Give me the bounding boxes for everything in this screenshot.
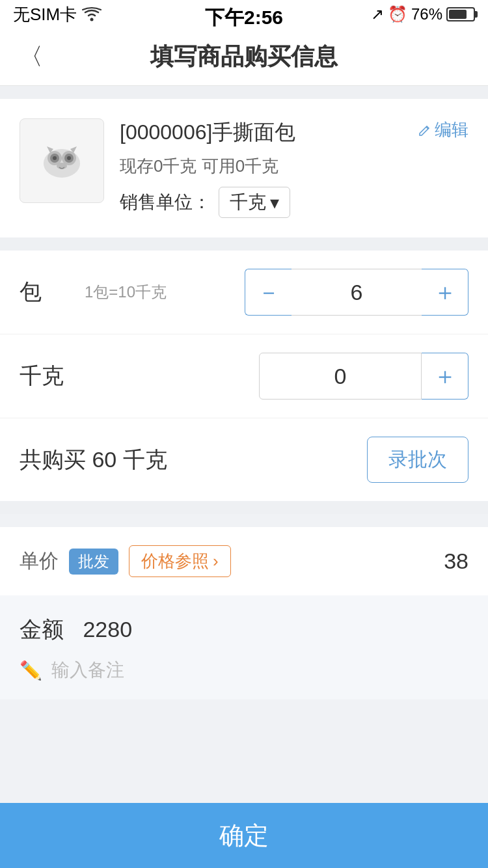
pack-input[interactable] — [291, 269, 422, 316]
kg-input[interactable] — [259, 353, 422, 400]
pack-label: 包 — [20, 277, 78, 307]
chevron-right-icon: › — [213, 551, 219, 571]
location-icon: ↗ — [371, 5, 384, 23]
pencil-icon: ✏️ — [20, 660, 42, 681]
battery-icon — [446, 7, 475, 21]
chevron-down-icon: ▾ — [270, 192, 279, 213]
product-info: [0000006]手撕面包 编辑 现存0千克 可用0千克 销售单位： 千克 ▾ — [120, 118, 468, 218]
amount-section: 金额 2280 ✏️ 输入备注 — [0, 595, 488, 699]
unit-select[interactable]: 千克 ▾ — [219, 187, 290, 218]
kg-input-row: 千克 ＋ — [0, 334, 488, 418]
wifi-icon — [82, 7, 102, 21]
record-batch-button[interactable]: 录批次 — [367, 437, 468, 483]
pack-minus-button[interactable]: － — [245, 269, 291, 316]
price-section: 单价 批发 价格参照 › 38 — [0, 527, 488, 595]
edit-icon — [418, 123, 432, 137]
svg-point-7 — [67, 156, 71, 160]
page-title: 填写商品购买信息 — [150, 41, 338, 73]
product-stock: 现存0千克 可用0千克 — [120, 155, 468, 178]
status-right: ↗ ⏰ 76% — [371, 5, 475, 23]
note-row[interactable]: ✏️ 输入备注 — [20, 658, 468, 683]
unit-label: 销售单位： — [120, 190, 211, 215]
product-card: [0000006]手撕面包 编辑 现存0千克 可用0千克 销售单位： 千克 ▾ — [0, 99, 488, 237]
amount-value: 2280 — [83, 617, 132, 642]
confirm-button[interactable]: 确定 — [0, 803, 488, 868]
pack-input-row: 包 1包=10千克 － ＋ — [0, 251, 488, 334]
product-logo-icon — [36, 135, 88, 187]
kg-plus-button[interactable]: ＋ — [422, 353, 468, 400]
price-value: 38 — [444, 549, 468, 574]
nav-bar: 〈 填写商品购买信息 — [0, 29, 488, 86]
product-name: [0000006]手撕面包 — [120, 118, 295, 147]
summary-row: 共购买 60 千克 录批次 — [0, 418, 488, 501]
product-unit-row: 销售单位： 千克 ▾ — [120, 187, 468, 218]
battery-pct: 76% — [411, 5, 442, 23]
svg-point-6 — [53, 156, 57, 160]
section-gap-3 — [0, 501, 488, 514]
pack-plus-button[interactable]: ＋ — [422, 269, 468, 316]
product-name-row: [0000006]手撕面包 编辑 — [120, 118, 468, 147]
kg-controls: ＋ — [259, 353, 468, 400]
pack-hint: 1包=10千克 — [85, 282, 245, 303]
status-left: 无SIM卡 — [13, 3, 102, 26]
price-reference-button[interactable]: 价格参照 › — [129, 545, 231, 577]
amount-row: 金额 2280 — [20, 615, 468, 645]
amount-label: 金额 — [20, 617, 64, 642]
carrier-label: 无SIM卡 — [13, 3, 77, 26]
pack-controls: － ＋ — [245, 269, 468, 316]
status-bar: 无SIM卡 下午2:56 ↗ ⏰ 76% — [0, 0, 488, 29]
alarm-icon: ⏰ — [388, 5, 407, 23]
note-placeholder: 输入备注 — [51, 658, 124, 683]
summary-text: 共购买 60 千克 — [20, 445, 167, 475]
section-gap-2 — [0, 237, 488, 251]
edit-button[interactable]: 编辑 — [418, 118, 468, 141]
svg-point-0 — [90, 18, 94, 21]
price-label: 单价 — [20, 548, 59, 575]
input-section: 包 1包=10千克 － ＋ 千克 ＋ — [0, 251, 488, 418]
kg-label: 千克 — [20, 361, 78, 391]
product-thumbnail — [20, 118, 104, 203]
back-button[interactable]: 〈 — [20, 34, 49, 79]
price-type-badge: 批发 — [69, 549, 118, 575]
status-time: 下午2:56 — [205, 5, 283, 31]
section-gap-1 — [0, 86, 488, 99]
